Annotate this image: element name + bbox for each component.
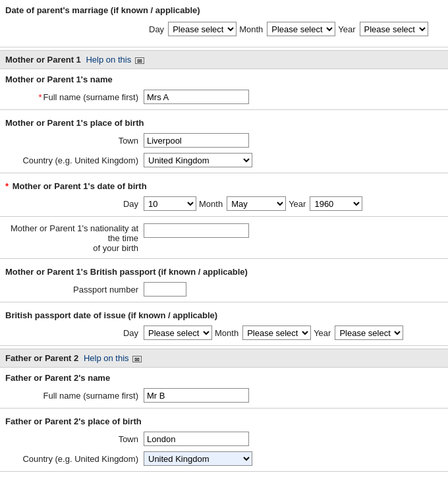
mother-dob-title: * Mother or Parent 1's date of birth	[0, 176, 448, 194]
mother-passport-date-day-label: Day	[5, 328, 144, 338]
mother-full-name-label: *Full name (surname first)	[5, 92, 144, 102]
mother-dob-year-select[interactable]: 1960	[310, 196, 362, 211]
divider-8	[0, 408, 448, 409]
father-dob-title: Father or Parent 2's date of birth	[0, 474, 448, 481]
mother-passport-date-inputs: Please select Month Please select Year P…	[144, 325, 403, 340]
divider-7	[0, 345, 448, 346]
mother-full-name-input[interactable]	[144, 90, 249, 104]
father-pob-title: Father or Parent 2's place of birth	[0, 411, 448, 429]
mother-dob-month-label: Month	[199, 199, 223, 209]
father-full-name-label: Full name (surname first)	[5, 391, 144, 401]
divider-5	[0, 258, 448, 259]
mother-dob-year-label: Year	[289, 199, 306, 209]
mother-help-link[interactable]: Help on this	[86, 55, 131, 65]
father-section-header: Father or Parent 2 Help on this ✉	[0, 349, 448, 368]
mother-dob-row: Day 10 Month May Year 1960	[0, 194, 448, 213]
father-name-section-title: Father or Parent 2's name	[0, 368, 448, 385]
father-full-name-row: Full name (surname first)	[0, 385, 448, 405]
father-country-label: Country (e.g. United Kingdom)	[5, 454, 144, 464]
mother-dob-day-label: Day	[5, 199, 144, 209]
mother-dob-inputs: 10 Month May Year 1960	[144, 196, 362, 211]
mother-passport-month-label: Month	[215, 328, 238, 338]
mother-country-select[interactable]: United Kingdom	[144, 153, 252, 167]
marriage-year-select[interactable]: Please select	[360, 22, 428, 36]
marriage-month-label: Month	[239, 24, 263, 34]
mother-town-row: Town	[0, 130, 448, 150]
divider-1	[0, 47, 448, 47]
mother-passport-month-select[interactable]: Please select	[242, 325, 311, 340]
divider-4	[0, 216, 448, 217]
marriage-date-section: Date of parent's marriage (if known / ap…	[0, 0, 448, 44]
divider-2	[0, 109, 448, 110]
mother-country-label: Country (e.g. United Kingdom)	[5, 156, 144, 165]
mother-name-required-star: *	[38, 92, 42, 102]
mother-passport-date-title: British passport date of issue (if known…	[0, 305, 448, 323]
mother-passport-row: Passport number	[0, 279, 448, 299]
mother-dob-day-select[interactable]: 10	[144, 196, 196, 211]
mother-passport-year-select[interactable]: Please select	[335, 325, 403, 340]
mother-town-input[interactable]	[144, 133, 249, 148]
father-town-input[interactable]	[144, 432, 249, 446]
divider-6	[0, 302, 448, 302]
mother-nationality-label-line1: Mother or Parent 1's nationality at the …	[11, 223, 138, 243]
divider-9	[0, 471, 448, 472]
marriage-date-inputs: Day Please select Month Please select Ye…	[149, 22, 428, 36]
marriage-day-label: Day	[149, 24, 164, 34]
mother-nationality-label: Mother or Parent 1's nationality at the …	[5, 223, 144, 253]
mother-dob-month-select[interactable]: May	[227, 196, 286, 211]
mother-passport-number-input[interactable]	[144, 282, 186, 297]
marriage-month-select[interactable]: Please select	[267, 22, 335, 36]
mother-full-name-row: *Full name (surname first)	[0, 87, 448, 107]
marriage-year-label: Year	[338, 24, 355, 34]
mother-name-section-title: Mother or Parent 1's name	[0, 69, 448, 87]
mother-town-label: Town	[5, 136, 144, 146]
father-header-label: Father or Parent 2	[5, 353, 78, 363]
mother-passport-number-label: Passport number	[5, 285, 144, 295]
mother-passport-year-label: Year	[314, 328, 331, 338]
mother-help-icon: ✉	[135, 57, 144, 64]
father-country-select[interactable]: United Kingdom	[144, 451, 252, 466]
mother-country-row: Country (e.g. United Kingdom) United Kin…	[0, 150, 448, 170]
mother-pob-title: Mother or Parent 1's place of birth	[0, 113, 448, 130]
mother-section-header: Mother or Parent 1 Help on this ✉	[0, 50, 448, 69]
father-help-icon: ✉	[132, 356, 142, 362]
father-help-link[interactable]: Help on this	[84, 353, 129, 363]
mother-header-label: Mother or Parent 1	[5, 55, 81, 65]
mother-passport-date-row: Day Please select Month Please select Ye…	[0, 323, 448, 343]
marriage-date-title: Date of parent's marriage (if known / ap…	[5, 5, 443, 15]
mother-passport-day-select[interactable]: Please select	[144, 325, 212, 340]
marriage-day-select[interactable]: Please select	[168, 22, 237, 36]
marriage-date-row: Day Please select Month Please select Ye…	[5, 19, 443, 42]
mother-passport-title: Mother or Parent 1's British passport (i…	[0, 262, 448, 279]
mother-dob-required-star: *	[5, 181, 9, 191]
father-town-label: Town	[5, 434, 144, 444]
divider-3	[0, 173, 448, 173]
father-full-name-input[interactable]	[144, 388, 249, 403]
mother-nationality-input[interactable]	[144, 223, 249, 238]
father-town-row: Town	[0, 429, 448, 449]
mother-nationality-label-line2: of your birth	[93, 243, 138, 253]
mother-nationality-row: Mother or Parent 1's nationality at the …	[0, 219, 448, 256]
father-country-row: Country (e.g. United Kingdom) United Kin…	[0, 449, 448, 468]
